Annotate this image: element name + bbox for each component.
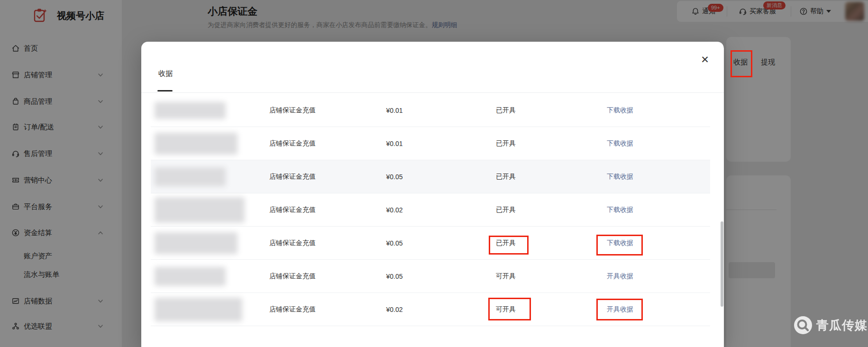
amount-cell: ¥0.01 (386, 140, 402, 147)
order-type-cell: 店铺保证金充值 (269, 106, 316, 115)
action-link[interactable]: 下载收据 (607, 106, 633, 115)
table-row: 店铺保证金充值¥0.05可开具开具收据 (151, 260, 710, 293)
table-row: 店铺保证金充值¥0.01已开具下载收据 (151, 127, 710, 160)
order-type-cell: 店铺保证金充值 (269, 239, 316, 247)
modal-tab-receipt[interactable]: 收据 (158, 69, 173, 78)
table-row: 店铺保证金充值¥0.02已开具下载收据 (151, 193, 710, 227)
amount-cell: ¥0.01 (386, 107, 402, 114)
watermark-text: 青瓜传媒 (816, 317, 868, 334)
annotation-box-receipt-tab (731, 50, 752, 77)
table-row: 店铺保证金充值¥0.05已开具下载收据 (151, 160, 710, 193)
status-cell: 已开具 (496, 206, 516, 214)
masked-order-id (155, 167, 226, 186)
close-icon[interactable]: ✕ (699, 54, 711, 65)
order-type-cell: 店铺保证金充值 (269, 305, 316, 314)
masked-order-id (155, 298, 242, 321)
table-row: 店铺保证金充值¥0.01已开具下载收据 (151, 94, 710, 127)
active-tab-underline (157, 90, 173, 91)
masked-order-id (155, 232, 238, 254)
annotation-box-status-issuable (488, 298, 531, 320)
status-cell: 可开具 (496, 272, 516, 281)
order-type-cell: 店铺保证金充值 (269, 272, 316, 281)
action-link[interactable]: 下载收据 (607, 173, 633, 181)
masked-order-id (155, 102, 226, 119)
masked-order-id (155, 133, 238, 155)
annotation-box-status-issued (489, 236, 529, 255)
scrollbar-thumb[interactable] (721, 221, 723, 307)
status-cell: 已开具 (496, 173, 516, 181)
watermark-logo-icon (794, 316, 813, 335)
status-cell: 已开具 (496, 139, 516, 148)
status-cell: 已开具 (496, 106, 516, 115)
receipt-table: 店铺保证金充值¥0.01已开具下载收据店铺保证金充值¥0.01已开具下载收据店铺… (151, 94, 710, 327)
action-link[interactable]: 下载收据 (607, 206, 633, 214)
watermark: 青瓜传媒 (794, 316, 868, 335)
annotation-box-issue-receipt (596, 299, 643, 320)
masked-order-id (155, 267, 226, 286)
action-link[interactable]: 下载收据 (607, 139, 633, 148)
masked-order-id (155, 197, 245, 223)
order-type-cell: 店铺保证金充值 (269, 173, 316, 181)
amount-cell: ¥0.02 (386, 306, 402, 313)
divider (141, 92, 724, 93)
amount-cell: ¥0.05 (386, 273, 402, 280)
order-type-cell: 店铺保证金充值 (269, 206, 316, 214)
amount-cell: ¥0.05 (386, 173, 402, 181)
annotation-box-download-receipt (596, 235, 643, 256)
order-type-cell: 店铺保证金充值 (269, 139, 316, 148)
amount-cell: ¥0.02 (386, 206, 402, 214)
amount-cell: ¥0.05 (386, 239, 402, 247)
action-link[interactable]: 开具收据 (607, 272, 633, 281)
screen: 视频号小店 首页店铺管理商品管理订单/配送售后管理营销中心平台服务资金结算账户资… (0, 0, 868, 347)
